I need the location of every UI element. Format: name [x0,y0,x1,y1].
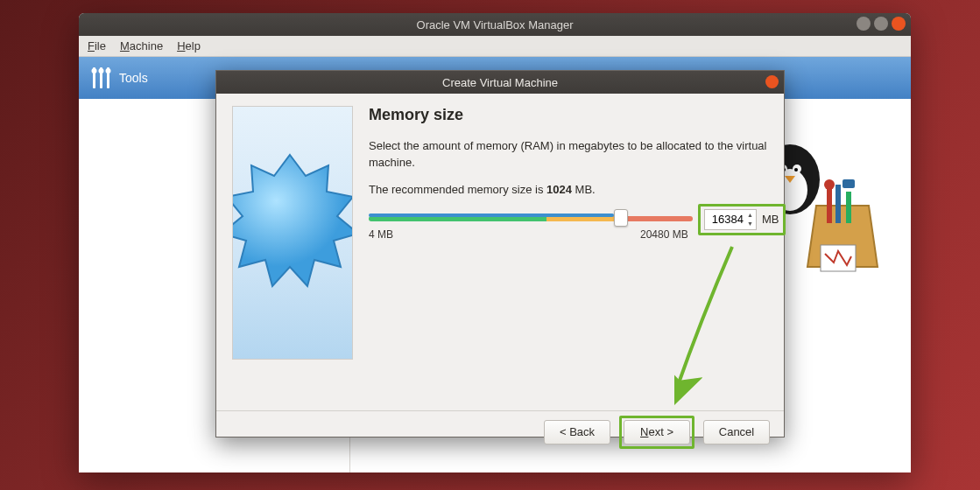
spinbox-arrows[interactable]: ▲ ▼ [745,211,755,228]
spinbox-down-icon[interactable]: ▼ [745,220,755,228]
dialog-close-icon[interactable] [765,75,779,88]
slider-max-label: 20480 MB [640,228,688,241]
back-button[interactable]: < Back [544,420,610,444]
svg-point-5 [106,68,111,74]
window-controls [857,17,906,31]
menu-machine[interactable]: Machine [120,39,163,52]
dialog-description: Select the amount of memory (RAM) in meg… [369,138,768,172]
memory-slider-thumb[interactable] [614,209,628,227]
memory-spinbox[interactable]: 16384 ▲ ▼ [704,209,757,230]
menu-help[interactable]: Help [177,39,201,52]
svg-rect-12 [827,188,832,223]
memory-spinbox-highlight: 16384 ▲ ▼ MB [698,204,786,235]
close-icon[interactable] [892,17,906,31]
main-titlebar: Oracle VM VirtualBox Manager [79,13,911,36]
svg-point-4 [99,68,104,74]
svg-marker-18 [232,155,353,286]
maximize-icon[interactable] [874,17,888,31]
memory-slider-fill [369,214,614,217]
dialog-recommendation: The recommended memory size is 1024 MB. [369,182,768,199]
tools-icon [88,64,116,92]
memory-value: 16384 [712,213,744,226]
svg-point-15 [824,179,835,190]
svg-rect-16 [843,179,855,188]
create-vm-dialog: Create Virtual Machine Memory size Selec… [215,70,785,438]
dialog-body: Memory size Select the amount of memory … [216,94,784,410]
menu-bar: File Machine Help [79,36,911,57]
main-window-title: Oracle VM VirtualBox Manager [417,18,574,32]
cancel-button[interactable]: Cancel [703,420,770,444]
tools-label: Tools [119,71,148,85]
tools-button[interactable]: Tools [88,64,148,92]
dialog-footer: < Back Next > Cancel [216,410,784,452]
slider-min-label: 4 MB [369,228,393,241]
dialog-title: Create Virtual Machine [442,76,558,89]
wizard-image [232,106,353,360]
svg-point-3 [92,68,97,74]
dialog-titlebar: Create Virtual Machine [216,71,784,94]
dialog-heading: Memory size [369,106,768,124]
next-button-highlight: Next > [619,416,694,449]
minimize-icon[interactable] [857,17,871,31]
menu-file[interactable]: File [88,39,106,52]
svg-rect-14 [846,192,851,223]
memory-slider-area: 4 MB 20480 MB 16384 ▲ ▼ MB [369,209,768,258]
dialog-content: Memory size Select the amount of memory … [353,106,768,398]
svg-rect-13 [835,185,841,223]
svg-point-11 [794,168,798,172]
next-button[interactable]: Next > [624,420,690,444]
memory-unit-label: MB [762,213,779,226]
spinbox-up-icon[interactable]: ▲ [745,211,755,220]
